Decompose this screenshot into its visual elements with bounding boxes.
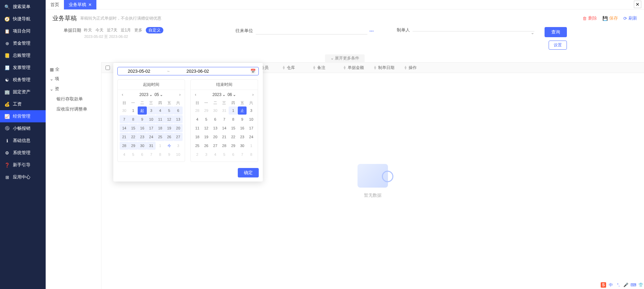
shirt-icon[interactable]: 👕 — [638, 282, 643, 288]
calendar-day[interactable]: 29 — [229, 142, 238, 150]
calendar-day[interactable]: 6 — [174, 106, 183, 115]
calendar-day[interactable]: 2 — [193, 150, 202, 159]
calendar-day[interactable]: 31 — [147, 142, 156, 150]
calendar-day[interactable]: 24 — [247, 133, 256, 141]
calendar-day[interactable]: 22 — [229, 133, 238, 141]
calendar-day[interactable]: 8 — [129, 115, 138, 123]
calendar-day[interactable]: 23 — [138, 133, 147, 141]
keyboard-icon[interactable]: ⌨ — [630, 282, 636, 288]
calendar-day[interactable]: 24 — [147, 133, 156, 141]
calendar-day[interactable]: 11 — [193, 124, 202, 132]
calendar-day[interactable]: 5 — [129, 150, 138, 159]
calendar-day[interactable]: 22 — [129, 133, 138, 141]
quick-date-近7天[interactable]: 近7天 — [107, 27, 117, 33]
close-icon[interactable]: ✕ — [88, 2, 92, 7]
calendar-day[interactable]: 23 — [238, 133, 247, 141]
calendar-day[interactable]: 19 — [165, 124, 174, 132]
query-button[interactable]: 查询 — [545, 27, 567, 37]
panel-item[interactable]: 银行存取款单 — [47, 94, 100, 104]
calendar-day[interactable]: 7 — [147, 150, 156, 159]
sidebar-item-13[interactable]: ❓新手引导 — [0, 159, 46, 171]
quick-date-近1月[interactable]: 近1月 — [121, 27, 131, 33]
mic-icon[interactable]: 🎤 — [623, 282, 628, 288]
calendar-day[interactable]: 28 — [120, 142, 129, 150]
ime-icon[interactable]: S — [601, 282, 606, 288]
calendar-day[interactable]: 止 — [238, 106, 247, 115]
calendar-day[interactable]: 20 — [211, 133, 220, 141]
sidebar-item-7[interactable]: 🏢固定资产 — [0, 86, 46, 98]
calendar-day[interactable]: 4 — [120, 150, 129, 159]
calendar-day[interactable]: 30 — [238, 142, 247, 150]
delete-button[interactable]: 🗑删除 — [582, 15, 597, 21]
sidebar-item-8[interactable]: 💰工资 — [0, 98, 46, 110]
calendar-day[interactable]: 26 — [165, 133, 174, 141]
calendar-day[interactable]: 4 — [211, 150, 220, 159]
calendar-day[interactable]: 今 — [165, 142, 174, 150]
calendar-day[interactable]: 11 — [156, 115, 165, 123]
calendar-day[interactable]: 8 — [247, 150, 256, 159]
sidebar-item-3[interactable]: ⊛资金管理 — [0, 37, 46, 49]
calendar-day[interactable]: 16 — [238, 124, 247, 132]
calendar-day[interactable]: 9 — [165, 150, 174, 159]
start-month-select[interactable]: 05⌄ — [155, 92, 163, 97]
calendar-day[interactable]: 13 — [174, 115, 183, 123]
calendar-day[interactable]: 6 — [138, 150, 147, 159]
calendar-day[interactable]: 3 — [174, 142, 183, 150]
calendar-day[interactable]: 13 — [211, 124, 220, 132]
calendar-day[interactable]: 29 — [202, 106, 211, 115]
calendar-day[interactable]: 21 — [120, 133, 129, 141]
start-date-input[interactable] — [120, 69, 158, 74]
calendar-day[interactable]: 3 — [247, 106, 256, 115]
calendar-day[interactable]: 18 — [193, 133, 202, 141]
calendar-day[interactable]: 25 — [193, 142, 202, 150]
calendar-day[interactable]: 起 — [138, 106, 147, 115]
calendar-day[interactable]: 29 — [129, 142, 138, 150]
start-year-select[interactable]: 2023⌄ — [139, 92, 153, 97]
calendar-day[interactable]: 17 — [247, 124, 256, 132]
next-month-button[interactable]: › — [251, 91, 255, 98]
calendar-day[interactable]: 27 — [174, 133, 183, 141]
panel-group-0[interactable]: ⌄项 — [47, 74, 100, 84]
column-header[interactable]: ▲▼备注 — [310, 65, 340, 71]
next-month-button[interactable]: › — [178, 91, 182, 98]
calendar-day[interactable]: 31 — [220, 106, 229, 115]
calendar-day[interactable]: 21 — [220, 133, 229, 141]
calendar-day[interactable]: 17 — [147, 124, 156, 132]
calendar-day[interactable]: 10 — [174, 150, 183, 159]
sidebar-item-2[interactable]: 📋项目合同 — [0, 25, 46, 37]
end-month-select[interactable]: 06⌄ — [228, 92, 236, 97]
column-header[interactable]: ▲▼操作 — [401, 65, 428, 71]
calendar-day[interactable]: 30 — [211, 106, 220, 115]
calendar-day[interactable]: 6 — [211, 115, 220, 123]
calendar-day[interactable]: 9 — [238, 115, 247, 123]
calendar-day[interactable]: 1 — [229, 106, 238, 115]
sidebar-item-4[interactable]: 📒总账管理 — [0, 49, 46, 62]
calendar-day[interactable]: 14 — [220, 124, 229, 132]
calendar-day[interactable]: 27 — [211, 142, 220, 150]
confirm-date-button[interactable]: 确定 — [238, 168, 259, 177]
calendar-day[interactable]: 20 — [174, 124, 183, 132]
calendar-day[interactable]: 12 — [165, 115, 174, 123]
calendar-day[interactable]: 1 — [156, 142, 165, 150]
calendar-day[interactable]: 8 — [229, 115, 238, 123]
calendar-day[interactable]: 12 — [202, 124, 211, 132]
tab-0[interactable]: 首页 — [46, 0, 64, 9]
panel-group-1[interactable]: ⌄资 — [47, 84, 100, 94]
sidebar-item-0[interactable]: 🔍搜索菜单 — [0, 1, 46, 13]
calendar-day[interactable]: 1 — [247, 142, 256, 150]
calendar-day[interactable]: 14 — [120, 124, 129, 132]
calendar-day[interactable]: 7 — [120, 115, 129, 123]
sidebar-item-12[interactable]: ⚙系统管理 — [0, 147, 46, 159]
partner-more-icon[interactable]: ⋯ — [369, 28, 374, 33]
calendar-day[interactable]: 28 — [193, 106, 202, 115]
end-year-select[interactable]: 2023⌄ — [212, 92, 226, 97]
sidebar-item-11[interactable]: ℹ基础信息 — [0, 135, 46, 147]
calendar-day[interactable]: 15 — [229, 124, 238, 132]
calendar-day[interactable]: 8 — [156, 150, 165, 159]
quick-date-今天[interactable]: 今天 — [95, 27, 104, 33]
prev-month-button[interactable]: ‹ — [120, 91, 124, 98]
partner-input[interactable] — [256, 27, 367, 34]
maker-select[interactable]: ⌄ — [413, 29, 534, 31]
sidebar-item-5[interactable]: 🧾发票管理 — [0, 62, 46, 74]
calendar-day[interactable]: 25 — [156, 133, 165, 141]
